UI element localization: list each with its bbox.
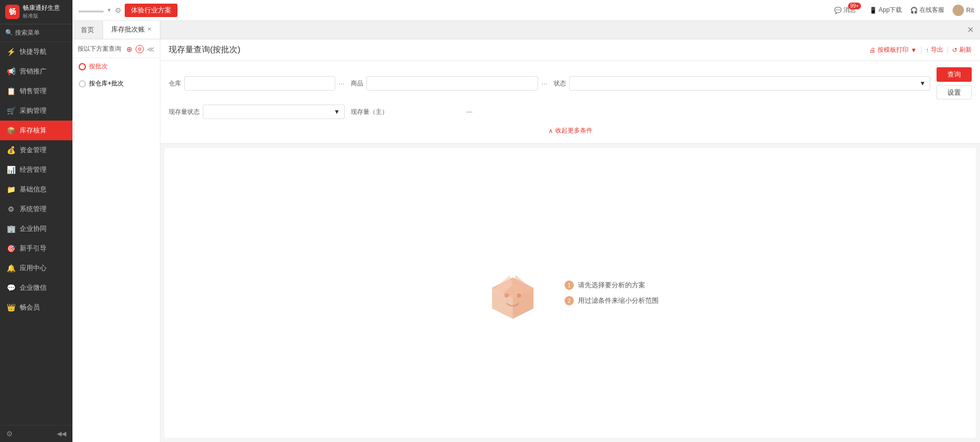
- sidebar-item-quick-nav[interactable]: ⚡ 快捷导航: [0, 42, 72, 62]
- filter-row-2: 现存量状态 ▼ 现存量（主） —: [169, 105, 972, 119]
- app-label: App下载: [879, 6, 902, 14]
- print-dropdown-icon[interactable]: ▼: [911, 47, 917, 54]
- edition-label: 标准版: [23, 12, 60, 20]
- sidebar-item-label: 资金管理: [20, 145, 47, 155]
- empty-wrapper: 1 请先选择要分析的方案 2 用过滤条件来缩小分析范围: [482, 262, 659, 324]
- svg-point-4: [504, 293, 509, 298]
- inventory-icon: 📦: [6, 126, 16, 135]
- sidebar-item-label: 库存核算: [20, 126, 47, 135]
- page-title-bar: 现存量查询(按批次) 🖨 按模板打印 ▼ ↑ 导出 ↺ 刷: [160, 39, 980, 61]
- sidebar-item-operation[interactable]: 📊 经营管理: [0, 160, 72, 180]
- scheme-by-warehouse-batch[interactable]: 按仓库+批次: [72, 75, 160, 92]
- collapse-scheme-icon[interactable]: ≪: [147, 45, 155, 53]
- sidebar-item-label: 新手引导: [20, 244, 47, 253]
- divider: [921, 47, 922, 54]
- service-button[interactable]: 🎧 在线客服: [910, 6, 944, 14]
- hint-num-2: 2: [565, 296, 574, 305]
- sidebar-item-member[interactable]: 👑 畅会员: [0, 298, 72, 317]
- status-label: 状态: [554, 79, 566, 88]
- sidebar-item-basic[interactable]: 📁 基础信息: [0, 180, 72, 199]
- refresh-button[interactable]: ↺ 刷新: [952, 46, 972, 54]
- print-button[interactable]: 🖨 按模板打印 ▼: [869, 46, 917, 54]
- status-select[interactable]: ▼: [569, 76, 930, 91]
- sales-icon: 📋: [6, 87, 16, 95]
- settings-button[interactable]: 设置: [937, 85, 972, 99]
- tab-home-label: 首页: [81, 25, 94, 35]
- scheme-radio-active: [79, 63, 86, 70]
- search-menu[interactable]: 🔍 搜索菜单: [0, 24, 72, 42]
- hint-num-1: 1: [565, 281, 574, 290]
- notice-button[interactable]: 💬 消息 99+: [834, 6, 856, 14]
- company-name: 畅康通好生意: [23, 4, 60, 12]
- topbar-left: ▬▬▬▬ ▼ ⚙ 体验行业方案: [79, 4, 830, 17]
- sidebar-item-marketing[interactable]: 📢 营销推广: [0, 62, 72, 81]
- export-button[interactable]: ↑ 导出: [926, 46, 943, 54]
- company-info: 畅康通好生意 标准版: [23, 4, 60, 20]
- marketing-icon: 📢: [6, 67, 16, 76]
- sidebar-item-label: 快捷导航: [20, 47, 47, 56]
- inventory-status-select[interactable]: ▼: [203, 105, 345, 119]
- divider2: [947, 47, 948, 54]
- sidebar-item-label: 采购管理: [20, 106, 47, 115]
- query-button[interactable]: 查询: [937, 67, 972, 82]
- sidebar-item-guide[interactable]: 🎯 新手引导: [0, 239, 72, 258]
- sidebar-item-app-center[interactable]: 🔔 应用中心: [0, 258, 72, 278]
- purchase-icon: 🛒: [6, 107, 16, 115]
- app-download-button[interactable]: 📱 App下载: [869, 6, 902, 14]
- qty-range-dash: —: [391, 108, 547, 115]
- tab-inventory-batch-label: 库存批次账: [111, 25, 145, 34]
- system-icon: ⚙: [6, 205, 16, 213]
- phone-icon: 📱: [869, 7, 877, 14]
- sidebar-item-system[interactable]: ⚙ 系统管理: [0, 199, 72, 219]
- empty-state: 1 请先选择要分析的方案 2 用过滤条件来缩小分析范围: [165, 148, 976, 438]
- breadcrumb: ▬▬▬▬: [79, 7, 103, 14]
- headset-icon: 🎧: [910, 7, 918, 14]
- empty-illustration: [482, 262, 544, 324]
- tab-inventory-batch[interactable]: 库存批次账 ✕: [103, 21, 160, 39]
- status-filter: 状态 ▼: [554, 76, 930, 91]
- sidebar-item-purchase[interactable]: 🛒 采购管理: [0, 101, 72, 121]
- collapse-button[interactable]: ∧ 收起更多条件: [169, 124, 972, 137]
- topbar: ▬▬▬▬ ▼ ⚙ 体验行业方案 💬 消息 99+ 📱 App下载 🎧 在线客服 …: [72, 0, 980, 21]
- trial-button[interactable]: 体验行业方案: [125, 4, 177, 17]
- app-logo: 畅: [5, 5, 20, 19]
- sidebar-item-finance[interactable]: 💰 资金管理: [0, 140, 72, 160]
- page-title: 现存量查询(按批次): [169, 45, 241, 55]
- warehouse-input[interactable]: [184, 76, 335, 91]
- filter-scheme-header: 按以下方案查询 ⊕ ⚙ ≪: [72, 39, 160, 58]
- user-menu[interactable]: Rit: [953, 5, 974, 16]
- scheme-radio-inactive: [79, 80, 86, 87]
- sidebar-item-wechat[interactable]: 💬 企业微信: [0, 278, 72, 298]
- sidebar-item-inventory[interactable]: 📦 库存核算: [0, 121, 72, 140]
- scheme-by-batch[interactable]: 按批次: [72, 58, 160, 75]
- page-actions: 🖨 按模板打印 ▼ ↑ 导出 ↺ 刷新: [869, 46, 972, 54]
- warehouse-label: 仓库: [169, 79, 181, 88]
- status-select-chevron: ▼: [919, 80, 926, 87]
- app-center-icon: 🔔: [6, 264, 16, 272]
- scheme-label: 按仓库+批次: [89, 79, 124, 88]
- warehouse-more-icon[interactable]: ···: [338, 79, 345, 87]
- sidebar-item-label: 销售管理: [20, 86, 47, 96]
- basic-icon: 📁: [6, 185, 16, 194]
- product-input[interactable]: [366, 76, 538, 91]
- sidebar-item-sales[interactable]: 📋 销售管理: [0, 81, 72, 101]
- add-scheme-icon[interactable]: ⊕: [126, 45, 132, 53]
- tab-close-icon[interactable]: ✕: [147, 26, 152, 33]
- sidebar-item-enterprise[interactable]: 🏢 企业协同: [0, 219, 72, 239]
- collapse-label: 收起更多条件: [555, 126, 592, 135]
- settings-scheme-icon[interactable]: ⚙: [136, 45, 144, 53]
- tab-panel-close-button[interactable]: ✕: [961, 21, 980, 39]
- product-more-icon[interactable]: ···: [541, 79, 547, 87]
- footer-settings-icon[interactable]: ⚙: [6, 430, 13, 438]
- tab-home[interactable]: 首页: [72, 21, 103, 39]
- hint-text-2: 用过滤条件来缩小分析范围: [578, 296, 659, 305]
- footer-collapse-icon[interactable]: ◀◀: [57, 430, 66, 437]
- gear-icon[interactable]: ⚙: [115, 6, 122, 14]
- filter-bar: 仓库 ··· 商品 ··· 状态 ▼: [160, 61, 980, 144]
- dropdown-icon[interactable]: ▼: [107, 7, 112, 13]
- main-area: ▬▬▬▬ ▼ ⚙ 体验行业方案 💬 消息 99+ 📱 App下载 🎧 在线客服 …: [72, 0, 980, 442]
- inventory-qty-label: 现存量（主）: [351, 108, 388, 116]
- guide-icon: 🎯: [6, 244, 16, 253]
- main-panel: 现存量查询(按批次) 🖨 按模板打印 ▼ ↑ 导出 ↺ 刷: [160, 39, 980, 442]
- collapse-icon: ∧: [548, 127, 553, 135]
